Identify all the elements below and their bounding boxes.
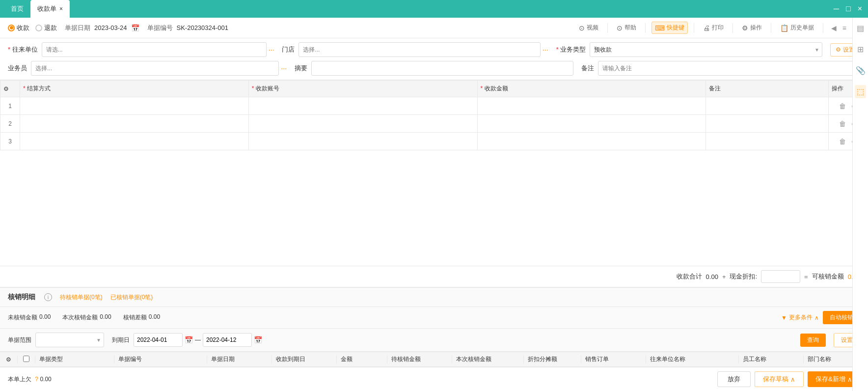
amount-cell-2[interactable]	[477, 115, 706, 133]
settlement-cell-3[interactable]	[20, 133, 249, 150]
verif-title: 核销明细	[8, 293, 35, 302]
date-to-input[interactable]	[203, 333, 252, 347]
operations-btn[interactable]: ⚙ 操作	[739, 22, 765, 33]
doc-date-cal-icon[interactable]: 📅	[131, 24, 139, 32]
salesperson-input[interactable]	[31, 61, 279, 76]
note-cell-3[interactable]	[706, 133, 829, 150]
radio-receipt[interactable]: 收款	[8, 24, 29, 32]
cal-from-icon[interactable]: 📅	[185, 336, 193, 344]
delete-row-2-icon[interactable]: 🗑	[837, 119, 848, 129]
radio-receipt-label: 收款	[17, 24, 29, 32]
tab-close-icon[interactable]: ×	[59, 5, 63, 12]
maximize-btn[interactable]: □	[844, 3, 853, 14]
doc-number-info: 单据编号 SK-20230324-001	[147, 24, 229, 32]
pending-amount-header: 待核销金额	[391, 356, 421, 363]
summary-input[interactable]	[311, 61, 573, 76]
doc-limit-info-icon[interactable]: ?	[35, 376, 38, 383]
gear-col-icon: ⚙	[3, 85, 9, 92]
btcol-doc-type: 单据类型	[35, 355, 114, 363]
diff-stat: 核销差额 0.00	[123, 313, 160, 322]
sidebar-attach-icon[interactable]: 📎	[854, 64, 868, 77]
settlement-cell-1[interactable]	[20, 97, 249, 115]
doc-number-value: SK-20230324-001	[177, 24, 229, 31]
table-gear-th[interactable]: ⚙	[0, 81, 20, 97]
pending-tab[interactable]: 待核销单据(0笔)	[60, 293, 103, 302]
toolbar-divider-2	[645, 23, 646, 33]
note-cell-2[interactable]	[706, 115, 829, 133]
range-select[interactable]	[35, 333, 104, 347]
shortcut-btn[interactable]: ⌨ 快捷键	[651, 22, 688, 34]
sidebar-expand-icon[interactable]: ⬚	[855, 85, 866, 98]
diff-value: 0.00	[149, 313, 160, 322]
tab-home[interactable]: 首页	[4, 0, 30, 18]
btcol-gear[interactable]: ⚙	[0, 356, 18, 363]
doc-number-label: 单据编号	[147, 24, 173, 32]
sidebar-grid-icon[interactable]: ⊞	[855, 43, 866, 56]
receipt-table: ⚙ 结算方式 收款账号 收款金额 备注 操作	[0, 80, 868, 150]
account-cell-3[interactable]	[248, 133, 477, 150]
store-input[interactable]	[298, 42, 541, 57]
counterpart-field: 往来单位 ···	[8, 42, 274, 57]
help-btn[interactable]: ⊙ 帮助	[614, 22, 639, 33]
close-window-btn[interactable]: ×	[856, 3, 864, 14]
date-from-input[interactable]	[134, 333, 183, 347]
layout-list-icon[interactable]: ≡	[841, 23, 848, 33]
history-icon: 📋	[780, 24, 788, 32]
verif-info-icon[interactable]: i	[44, 293, 52, 301]
note-cell-1[interactable]	[706, 97, 829, 115]
current-verif-header: 本次核销金额	[456, 356, 491, 363]
counterpart-input[interactable]	[42, 42, 267, 57]
shortcut-icon: ⌨	[655, 24, 665, 32]
counterpart-more-icon[interactable]: ···	[269, 46, 274, 54]
print-label: 打印	[712, 24, 724, 32]
business-type-select[interactable]: 预收款	[590, 42, 822, 57]
discount-label: 现金折扣:	[730, 272, 757, 281]
more-conditions-btn[interactable]: ▼ 更多条件 ∧	[781, 313, 819, 322]
business-type-dropdown[interactable]: 预收款 ▼	[590, 42, 822, 57]
save-new-label: 保存&新增	[815, 375, 845, 384]
query-btn[interactable]: 查询	[800, 334, 826, 347]
note-input[interactable]	[598, 61, 860, 76]
unverified-amount-value: 0.00	[39, 313, 51, 322]
print-btn[interactable]: 🖨 打印	[700, 22, 727, 33]
draft-btn-label: 保存草稿	[763, 375, 788, 384]
draft-btn[interactable]: 保存草稿 ∧	[755, 371, 804, 387]
sidebar-table-icon[interactable]: ▤	[855, 22, 866, 35]
history-btn[interactable]: 📋 历史单据	[777, 22, 817, 33]
settlement-cell-2[interactable]	[20, 115, 249, 133]
salesperson-more-icon[interactable]: ···	[281, 64, 287, 72]
unverified-amount-stat: 未核销金额 0.00	[8, 313, 51, 322]
discount-input[interactable]	[761, 270, 800, 283]
account-col-header: 收款账号	[248, 81, 477, 97]
minimize-btn[interactable]: ─	[832, 3, 841, 14]
receipt-type-group: 收款 退款	[8, 24, 57, 32]
account-cell-1[interactable]	[248, 97, 477, 115]
table-section: ⚙ 结算方式 收款账号 收款金额 备注 操作	[0, 80, 868, 266]
range-dropdown[interactable]: ▼	[35, 333, 104, 347]
form-section: 往来单位 ··· 门店 ··· 业务类型 预收款 ▼ ⚙ 设	[0, 38, 868, 80]
btcol-doc-number: 单据编号	[114, 355, 207, 363]
layout-prev-icon[interactable]: ◀	[829, 23, 839, 33]
tab-bar: 首页 收款单 × ─ □ ×	[0, 0, 868, 18]
account-cell-2[interactable]	[248, 115, 477, 133]
form-row-1: 往来单位 ··· 门店 ··· 业务类型 预收款 ▼ ⚙ 设	[8, 42, 860, 57]
video-btn[interactable]: ⊙ 视频	[576, 22, 601, 33]
amount-cell-1[interactable]	[477, 97, 706, 115]
amount-cell-3[interactable]	[477, 133, 706, 150]
verified-tab[interactable]: 已核销单据(0笔)	[110, 293, 153, 302]
settlement-col-header: 结算方式	[20, 81, 249, 97]
row-num-2: 2	[0, 115, 20, 133]
toolbar-divider-5	[771, 23, 771, 33]
store-more-icon[interactable]: ···	[542, 46, 548, 54]
delete-row-3-icon[interactable]: 🗑	[837, 137, 848, 146]
business-type-field: 业务类型 预收款 ▼	[556, 42, 822, 57]
cal-to-icon[interactable]: 📅	[254, 336, 262, 344]
abandon-btn[interactable]: 放弃	[717, 371, 751, 387]
radio-refund[interactable]: 退款	[35, 24, 57, 32]
doc-limit-label: 本单上欠	[8, 376, 31, 383]
delete-row-1-icon[interactable]: 🗑	[837, 101, 848, 111]
tab-receipt[interactable]: 收款单 ×	[30, 0, 70, 18]
note-col-label: 备注	[709, 85, 721, 92]
btcol-checkbox[interactable]	[18, 356, 35, 363]
select-all-checkbox[interactable]	[23, 356, 29, 362]
